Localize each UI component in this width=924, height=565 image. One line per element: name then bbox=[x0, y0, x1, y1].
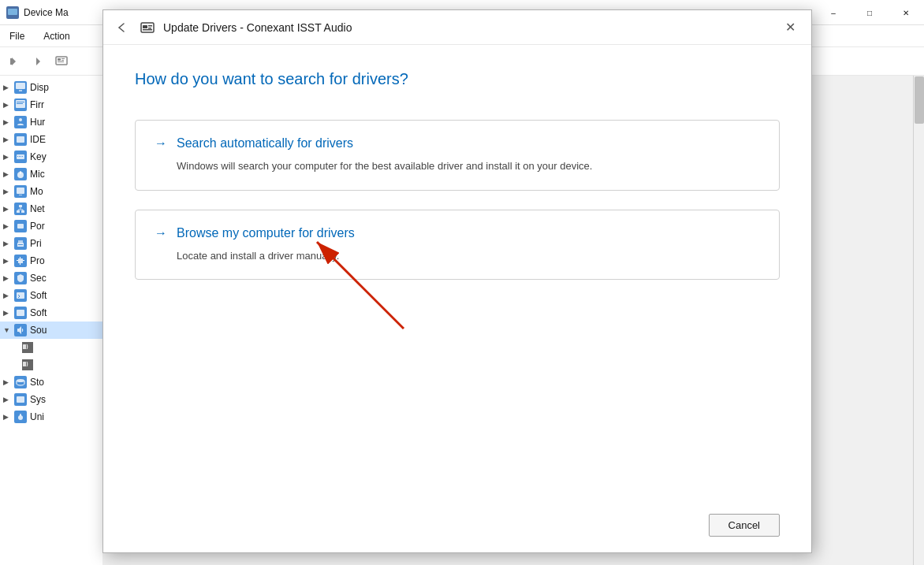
tree-item-network[interactable]: ▶ Net bbox=[0, 200, 102, 217]
mice-icon bbox=[14, 168, 27, 180]
software2-icon bbox=[14, 307, 27, 319]
keyboard-icon bbox=[14, 151, 27, 163]
dialog-body: How do you want to search for drivers? →… bbox=[103, 45, 811, 504]
speaker2-icon bbox=[22, 359, 33, 370]
svg-rect-27 bbox=[21, 210, 24, 213]
monitors-icon bbox=[14, 185, 27, 198]
svg-rect-17 bbox=[17, 156, 18, 157]
tree-item-sound[interactable]: ▼ Sou bbox=[0, 322, 102, 339]
tree-item-label: Soft bbox=[30, 307, 47, 318]
tree-item-label: Por bbox=[30, 221, 45, 232]
tree-item-label: Firr bbox=[30, 99, 44, 110]
tree-item-label: IDE bbox=[30, 134, 46, 145]
svg-rect-36 bbox=[20, 263, 20, 265]
ide-icon bbox=[14, 133, 27, 146]
svg-rect-25 bbox=[19, 205, 22, 207]
svg-rect-20 bbox=[22, 156, 23, 157]
tree-item-software2[interactable]: ▶ Soft bbox=[0, 304, 102, 322]
svg-rect-12 bbox=[17, 102, 24, 102]
svg-rect-26 bbox=[17, 210, 20, 213]
svg-rect-13 bbox=[17, 103, 23, 104]
update-drivers-dialog: Update Drivers - Conexant ISST Audio ✕ H… bbox=[102, 9, 812, 553]
tree-subitem-speaker2[interactable] bbox=[0, 356, 102, 374]
svg-rect-39 bbox=[23, 344, 26, 349]
ports-icon bbox=[14, 220, 27, 232]
expander-icon: ▶ bbox=[3, 84, 13, 91]
tree-item-ports[interactable]: ▶ Por bbox=[0, 217, 102, 235]
storage-icon bbox=[14, 376, 27, 388]
tree-item-ide[interactable]: ▶ IDE bbox=[0, 131, 102, 148]
toolbar-forward[interactable] bbox=[27, 50, 49, 72]
cancel-button[interactable]: Cancel bbox=[709, 514, 780, 537]
tree-subitem-speaker1[interactable] bbox=[0, 339, 102, 356]
search-auto-title-text: Search automatically for drivers bbox=[177, 136, 353, 151]
dialog-title-text: Update Drivers - Conexant ISST Audio bbox=[163, 21, 352, 34]
svg-point-14 bbox=[19, 118, 22, 121]
tree-item-label: Sys bbox=[30, 394, 46, 405]
svg-rect-33 bbox=[17, 260, 18, 261]
svg-rect-3 bbox=[9, 17, 17, 17]
maximize-button[interactable]: □ bbox=[851, 0, 888, 25]
tree-item-label: Sou bbox=[30, 325, 47, 336]
security-icon bbox=[14, 272, 27, 284]
svg-rect-19 bbox=[20, 156, 21, 157]
speaker1-icon bbox=[22, 342, 33, 353]
svg-rect-8 bbox=[58, 61, 64, 62]
dialog-title-icon bbox=[140, 20, 155, 35]
svg-rect-30 bbox=[18, 240, 23, 243]
toolbar-back[interactable] bbox=[3, 50, 25, 72]
tree-item-human[interactable]: ▶ Hur bbox=[0, 113, 102, 131]
system-icon bbox=[14, 393, 27, 406]
tree-item-label: Pro bbox=[30, 255, 45, 266]
menu-file[interactable]: File bbox=[6, 29, 28, 43]
browse-computer-option[interactable]: → Browse my computer for drivers Locate … bbox=[135, 210, 780, 281]
svg-rect-38 bbox=[17, 310, 24, 316]
svg-rect-24 bbox=[19, 195, 22, 195]
tree-item-firmware[interactable]: ▶ Firr bbox=[0, 96, 102, 113]
tree-item-universal[interactable]: ▶ Uni bbox=[0, 408, 102, 426]
toolbar-properties[interactable] bbox=[50, 50, 73, 72]
window-controls: – □ ✕ bbox=[815, 0, 924, 25]
close-window-button[interactable]: ✕ bbox=[888, 0, 924, 25]
svg-rect-47 bbox=[148, 25, 152, 27]
tree-item-security[interactable]: ▶ Sec bbox=[0, 269, 102, 287]
network-icon bbox=[14, 203, 27, 215]
menu-action[interactable]: Action bbox=[40, 29, 73, 43]
search-auto-arrow-icon: → bbox=[155, 136, 167, 151]
dm-app-icon bbox=[6, 6, 19, 19]
tree-item-keyboard[interactable]: ▶ Key bbox=[0, 148, 102, 165]
scrollbar[interactable] bbox=[913, 76, 924, 565]
tree-item-mice[interactable]: ▶ Mic bbox=[0, 165, 102, 183]
dialog-close-button[interactable]: ✕ bbox=[778, 16, 802, 39]
search-auto-option[interactable]: → Search automatically for drivers Windo… bbox=[135, 120, 780, 191]
svg-rect-9 bbox=[16, 83, 25, 89]
minimize-button[interactable]: – bbox=[815, 0, 851, 25]
tree-item-label: Net bbox=[30, 203, 45, 214]
browse-arrow-icon: → bbox=[155, 226, 167, 240]
svg-rect-10 bbox=[19, 90, 22, 91]
dialog-footer: Cancel bbox=[103, 504, 811, 552]
svg-rect-18 bbox=[19, 156, 20, 157]
dialog-back-button[interactable] bbox=[113, 18, 132, 37]
tree-item-monitors[interactable]: ▶ Mo bbox=[0, 183, 102, 200]
display-icon bbox=[14, 81, 27, 94]
svg-rect-6 bbox=[61, 58, 65, 59]
tree-item-label: Disp bbox=[30, 82, 49, 93]
tree-item-system[interactable]: ▶ Sys bbox=[0, 391, 102, 408]
tree-item-display[interactable]: ▶ Disp bbox=[0, 79, 102, 96]
svg-rect-22 bbox=[20, 171, 21, 174]
tree-item-label: Sec bbox=[30, 273, 47, 284]
sound-icon bbox=[14, 324, 27, 336]
tree-item-storage[interactable]: ▶ Sto bbox=[0, 374, 102, 391]
dm-device-tree: ▶ Disp ▶ Firr ▶ Hur ▶ bbox=[0, 76, 102, 565]
tree-item-software1[interactable]: ▶ Soft bbox=[0, 287, 102, 304]
tree-item-print[interactable]: ▶ Pri bbox=[0, 235, 102, 252]
dialog-question: How do you want to search for drivers? bbox=[135, 70, 780, 88]
tree-item-label: Hur bbox=[30, 117, 45, 128]
search-auto-description: Windows will search your computer for th… bbox=[177, 158, 760, 174]
tree-item-processors[interactable]: ▶ Pro bbox=[0, 252, 102, 269]
browse-description: Locate and install a driver manually. bbox=[177, 248, 760, 264]
firmware-icon bbox=[14, 99, 27, 111]
dialog-titlebar: Update Drivers - Conexant ISST Audio ✕ bbox=[103, 10, 811, 45]
scrollbar-thumb[interactable] bbox=[915, 76, 924, 124]
